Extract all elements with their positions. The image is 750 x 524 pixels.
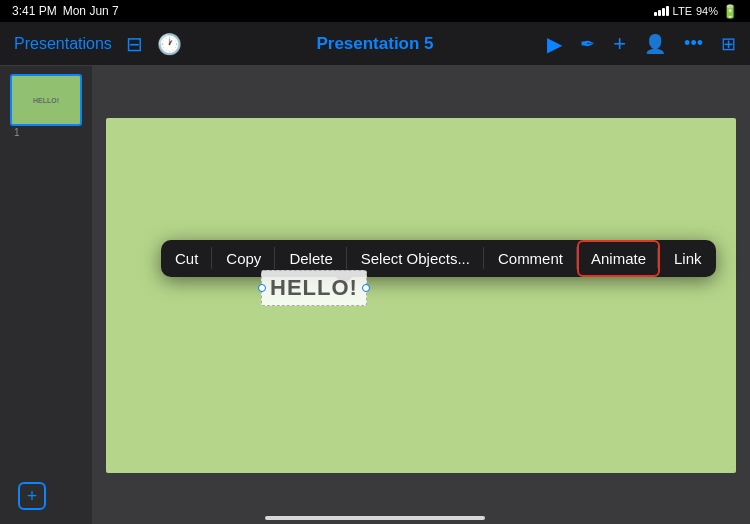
status-bar: 3:41 PM Mon Jun 7 LTE 94% 🔋 [0, 0, 750, 22]
resize-handle-left[interactable] [258, 284, 266, 292]
signal-icon [654, 6, 669, 16]
battery-level: 94% [696, 5, 718, 17]
context-menu-cut[interactable]: Cut [161, 240, 212, 277]
context-menu-comment[interactable]: Comment [484, 240, 577, 277]
panel-toggle-icon[interactable]: ⊟ [126, 32, 143, 56]
slide-number: 1 [14, 127, 20, 138]
toolbar-left: Presentations ⊟ 🕐 [14, 32, 182, 56]
resize-handle-right[interactable] [362, 284, 370, 292]
status-right: LTE 94% 🔋 [654, 4, 738, 19]
play-icon[interactable]: ▶ [547, 32, 562, 56]
toolbar: Presentations ⊟ 🕐 Presentation 5 ▶ ✒ + 👤… [0, 22, 750, 66]
more-icon[interactable]: ••• [684, 33, 703, 54]
presentation-title: Presentation 5 [316, 34, 433, 54]
canvas-area: Cut Copy Delete Select Objects... Commen… [92, 66, 750, 524]
status-time: 3:41 PM [12, 4, 57, 18]
slide-text-hello[interactable]: HELLO! [261, 270, 367, 306]
slide-canvas[interactable]: Cut Copy Delete Select Objects... Commen… [106, 118, 736, 473]
add-icon[interactable]: + [613, 31, 626, 57]
signal-type: LTE [673, 5, 692, 17]
context-menu-animate[interactable]: Animate [577, 240, 660, 277]
thumbnail-content: HELLO! [33, 97, 59, 104]
slide-text-content: HELLO! [270, 275, 358, 300]
status-left: 3:41 PM Mon Jun 7 [12, 4, 119, 18]
pencil-icon[interactable]: ✒ [580, 33, 595, 55]
view-icon[interactable]: ⊞ [721, 33, 736, 55]
back-button[interactable]: Presentations [14, 35, 112, 53]
share-icon[interactable]: 👤 [644, 33, 666, 55]
context-menu-link[interactable]: Link [660, 240, 716, 277]
toolbar-right: ▶ ✒ + 👤 ••• ⊞ [547, 31, 736, 57]
context-menu: Cut Copy Delete Select Objects... Commen… [161, 240, 716, 277]
slide-panel: HELLO! 1 [0, 66, 92, 524]
status-day: Mon Jun 7 [63, 4, 119, 18]
history-icon[interactable]: 🕐 [157, 32, 182, 56]
battery-icon: 🔋 [722, 4, 738, 19]
add-slide-button[interactable]: + [18, 482, 46, 510]
context-menu-select-objects[interactable]: Select Objects... [347, 240, 484, 277]
scroll-indicator[interactable] [265, 516, 485, 520]
main-area: HELLO! 1 Cut Copy Delete Select Objects.… [0, 66, 750, 524]
slide-thumbnail-1[interactable]: HELLO! 1 [10, 74, 82, 126]
